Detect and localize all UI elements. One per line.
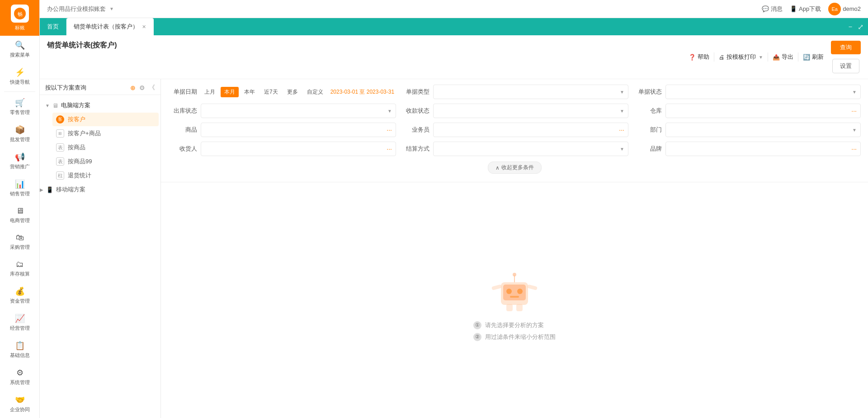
- receipt-status-arrow-icon: ▼: [620, 109, 624, 114]
- print-btn[interactable]: 🖨 按模板打印 ▼: [719, 53, 763, 61]
- sidebar-item-system-label: 系统管理: [10, 379, 30, 386]
- sidebar-item-marketing[interactable]: 📢 营销推广: [0, 147, 39, 175]
- print-dropdown-icon[interactable]: ▼: [759, 55, 763, 60]
- tree-group-mobile-header[interactable]: ▶ 📱 移动端方案: [40, 183, 160, 196]
- filter-date-cell: 单据日期 上月 本月 本年 近7天 更多 自定义 2023-03-01 至 20…: [168, 85, 396, 99]
- cooperation-icon: 🤝: [15, 395, 25, 405]
- breadcrumb-text: 办公用品行业模拟账套: [47, 5, 106, 13]
- tree-item-return-stats[interactable]: 柱 退货统计: [52, 169, 159, 182]
- out-status-label: 出库状态: [168, 107, 201, 115]
- desktop-group-icon: 🖥: [52, 102, 58, 109]
- tree-group-desktop-header[interactable]: ▼ 🖥 电脑端方案: [40, 99, 160, 112]
- department-field[interactable]: ▼: [665, 123, 861, 137]
- collapse-panel-btn[interactable]: 《: [149, 84, 155, 92]
- hint-text-2: 用过滤条件来缩小分析范围: [485, 333, 556, 341]
- order-status-arrow-icon: ▼: [852, 90, 857, 95]
- warehouse-dots-icon[interactable]: ···: [851, 107, 857, 114]
- date-btn-last-month[interactable]: 上月: [201, 87, 219, 97]
- collapse-btn[interactable]: ∧ 收起更多条件: [488, 162, 542, 174]
- action-divider-1: [714, 52, 714, 62]
- date-btn-more[interactable]: 更多: [283, 87, 302, 97]
- sidebar-item-sales[interactable]: 📊 销售管理: [0, 175, 39, 202]
- brand-field[interactable]: ···: [665, 142, 861, 156]
- message-btn[interactable]: 💬 消息: [762, 5, 783, 13]
- svg-point-5: [517, 289, 523, 294]
- by-goods-icon: 表: [56, 143, 64, 152]
- out-status-field[interactable]: ▼: [201, 104, 396, 118]
- date-btn-this-month[interactable]: 本月: [221, 87, 239, 97]
- receipt-status-label: 收款状态: [401, 107, 433, 115]
- mobile-group-icon: 📱: [46, 186, 53, 193]
- sidebar-item-cooperation[interactable]: 🤝 企业协同: [0, 390, 39, 418]
- purchase-icon: 🛍: [16, 233, 24, 242]
- sidebar-item-quick-nav[interactable]: ⚡ 快捷导航: [0, 63, 39, 90]
- date-btn-this-year[interactable]: 本年: [241, 87, 259, 97]
- recipient-dots-icon[interactable]: ···: [387, 145, 392, 152]
- help-btn[interactable]: ❓ 帮助: [689, 53, 709, 61]
- tree-item-by-goods[interactable]: 表 按商品: [52, 141, 159, 154]
- tree-item-by-goods-99[interactable]: 表 按商品99: [52, 155, 159, 168]
- tab-home-label: 首页: [47, 23, 59, 31]
- sidebar-item-ecommerce[interactable]: 🖥 电商管理: [0, 202, 39, 228]
- settings-button[interactable]: 设置: [832, 59, 859, 73]
- sidebar-item-finance[interactable]: 💰 资金管理: [0, 282, 39, 309]
- filter-salesperson-cell: 业务员 ···: [401, 123, 628, 137]
- tree-item-by-customer[interactable]: 客 按客户: [52, 113, 159, 126]
- right-panel: 单据日期 上月 本月 本年 近7天 更多 自定义 2023-03-01 至 20…: [161, 79, 868, 418]
- date-btn-7days[interactable]: 近7天: [260, 87, 282, 97]
- maximize-icon[interactable]: ⤢: [858, 23, 863, 31]
- recipient-field[interactable]: ···: [201, 142, 396, 156]
- salesperson-field[interactable]: ···: [433, 123, 628, 137]
- receipt-status-field[interactable]: ▼: [433, 104, 628, 118]
- tab-close-icon[interactable]: ✕: [142, 24, 146, 30]
- sidebar-item-basic-info[interactable]: 📋 基础信息: [0, 336, 39, 363]
- app-download-btn[interactable]: 📱 App下载: [790, 5, 821, 13]
- by-customer-label: 按客户: [68, 115, 85, 124]
- sidebar-item-marketing-label: 营销推广: [10, 163, 30, 170]
- sidebar-item-operations[interactable]: 📈 经营管理: [0, 309, 39, 336]
- export-btn[interactable]: 📤 导出: [773, 53, 793, 61]
- tab-home[interactable]: 首页: [40, 18, 66, 35]
- svg-point-8: [513, 273, 516, 276]
- query-button[interactable]: 查询: [831, 41, 861, 54]
- action-divider-2: [768, 52, 768, 62]
- recipient-label: 收货人: [168, 145, 201, 153]
- tab-sales-stats[interactable]: 销货单统计表（按客户） ✕: [66, 18, 154, 35]
- return-stats-label: 退货统计: [68, 171, 91, 180]
- logo-icon: 畅: [11, 5, 29, 23]
- desktop-group-label: 电脑端方案: [61, 101, 90, 109]
- logo-area[interactable]: 畅 标账: [0, 0, 39, 36]
- goods-field[interactable]: ···: [201, 123, 396, 137]
- sidebar-item-search[interactable]: 🔍 搜索菜单: [0, 36, 39, 63]
- warehouse-field[interactable]: ···: [665, 104, 861, 118]
- by-customer-icon: 客: [56, 115, 64, 124]
- order-status-field[interactable]: ▼: [665, 85, 861, 99]
- filter-row-3: 商品 ··· 业务员 ···: [168, 123, 861, 137]
- order-type-field[interactable]: ▼: [433, 85, 628, 99]
- settlement-field[interactable]: ▼: [433, 142, 628, 156]
- salesperson-dots-icon[interactable]: ···: [619, 126, 624, 133]
- sidebar-item-inventory[interactable]: 🗂 库存核算: [0, 255, 39, 282]
- brand-dots-icon[interactable]: ···: [851, 145, 857, 152]
- user-profile-btn[interactable]: Ea demo2: [828, 3, 861, 15]
- svg-rect-6: [510, 296, 519, 298]
- inventory-icon: 🗂: [16, 260, 24, 269]
- goods-dots-icon[interactable]: ···: [387, 126, 392, 133]
- hint-item-2: ② 用过滤条件来缩小分析范围: [473, 333, 556, 341]
- tree-desktop-children: 客 按客户 ⊞ 按客户+商品 表 按商品: [40, 113, 160, 182]
- date-btn-custom[interactable]: 自定义: [303, 87, 327, 97]
- sidebar-item-purchase[interactable]: 🛍 采购管理: [0, 228, 39, 255]
- refresh-btn[interactable]: 🔄 刷新: [803, 53, 824, 61]
- breadcrumb-dropdown-icon[interactable]: ▼: [109, 6, 114, 11]
- wholesale-icon: 📦: [15, 125, 25, 135]
- filter-settlement-cell: 结算方式 ▼: [401, 142, 628, 156]
- hint-text-1: 请先选择要分析的方案: [485, 321, 544, 329]
- minimize-icon[interactable]: －: [847, 22, 854, 32]
- tree-item-by-customer-goods[interactable]: ⊞ 按客户+商品: [52, 127, 159, 140]
- add-scheme-btn[interactable]: ⊕: [130, 84, 136, 91]
- sidebar-item-retail[interactable]: 🛒 零售管理: [0, 93, 39, 120]
- sidebar-item-wholesale[interactable]: 📦 批发管理: [0, 120, 39, 147]
- quick-nav-icon: ⚡: [15, 67, 25, 77]
- settings-scheme-btn[interactable]: ⚙: [139, 84, 145, 91]
- sidebar-item-system[interactable]: ⚙ 系统管理: [0, 363, 39, 390]
